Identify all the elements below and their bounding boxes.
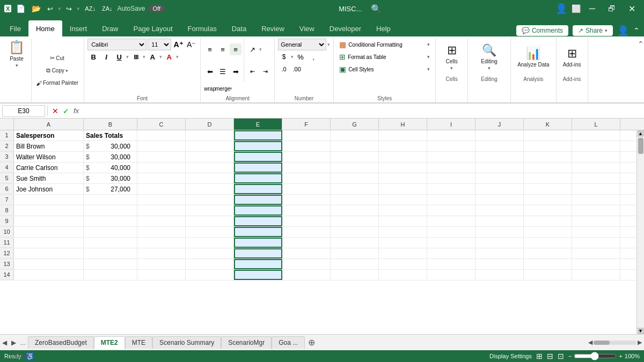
cell-B12[interactable] (84, 248, 137, 258)
scroll-up-button[interactable]: ▲ (638, 130, 644, 137)
cell-D8[interactable] (186, 205, 234, 216)
cell-l2[interactable] (572, 141, 620, 151)
zoom-in-button[interactable]: + (619, 353, 622, 359)
cell-g5[interactable] (331, 173, 379, 183)
add-sheet-button[interactable]: ⊕ (305, 337, 318, 348)
cell-J12[interactable] (475, 248, 524, 258)
cell-C14[interactable] (137, 270, 186, 280)
format-as-table-button[interactable]: ⊞ Format as Table ▾ (337, 51, 432, 63)
cell-H8[interactable] (379, 205, 427, 216)
font-family-select[interactable]: Calibri (87, 39, 147, 50)
cell-g1[interactable] (331, 130, 379, 141)
cell-F9[interactable] (282, 216, 331, 226)
cell-E8[interactable] (234, 205, 282, 216)
new-file-icon[interactable]: 📄 (14, 3, 27, 14)
bold-button[interactable]: B (87, 51, 99, 63)
number-format-select[interactable]: General (278, 39, 326, 50)
cell-G8[interactable] (331, 205, 379, 216)
col-header-f[interactable]: F (282, 119, 331, 130)
cell-K12[interactable] (524, 248, 572, 258)
cell-B14[interactable] (84, 270, 137, 280)
sheet-tab-zerobased[interactable]: ZeroBasedBudget (28, 336, 94, 349)
cell-D12[interactable] (186, 248, 234, 258)
view-normal-icon[interactable]: ⊞ (536, 352, 543, 360)
align-right-button[interactable]: ➡ (230, 65, 241, 77)
cell-B8[interactable] (84, 205, 137, 216)
cell-H12[interactable] (379, 248, 427, 258)
cell-E9[interactable] (234, 216, 282, 226)
align-top-right-button[interactable]: ≡ (230, 43, 241, 55)
h-scroll-thumb[interactable] (594, 341, 610, 345)
merge-center-button[interactable]: merge (217, 83, 229, 94)
cell-A11[interactable] (14, 238, 84, 248)
cell-l5[interactable] (572, 173, 620, 183)
cell-h2[interactable] (379, 141, 427, 151)
cell-a5[interactable]: Sue Smith (14, 173, 84, 183)
cell-H10[interactable] (379, 227, 427, 237)
cell-e1[interactable] (234, 130, 282, 141)
col-header-j[interactable]: J (475, 119, 524, 130)
cell-e5[interactable] (234, 173, 282, 183)
cell-A9[interactable] (14, 216, 84, 226)
increase-indent-button[interactable]: ⇥ (259, 65, 271, 77)
cell-l1[interactable] (572, 130, 620, 141)
cell-K9[interactable] (524, 216, 572, 226)
cell-F14[interactable] (282, 270, 331, 280)
cell-f6[interactable] (282, 184, 331, 194)
increase-decimal-button[interactable]: .00 (291, 63, 303, 75)
sheet-tab-goa[interactable]: Goa ... (272, 336, 305, 349)
tab-insert[interactable]: Insert (62, 20, 95, 36)
user-icon[interactable]: 👤 (617, 25, 629, 36)
cell-H9[interactable] (379, 216, 427, 226)
scroll-sheet-left-button[interactable]: ◀ (0, 339, 9, 346)
cell-C7[interactable] (137, 195, 186, 205)
vertical-scrollbar[interactable]: ▲ ▼ (636, 130, 644, 334)
zoom-slider[interactable] (574, 352, 617, 360)
cell-g3[interactable] (331, 152, 379, 162)
cell-C9[interactable] (137, 216, 186, 226)
tab-data[interactable]: Data (224, 20, 254, 36)
col-header-a[interactable]: A (14, 119, 84, 130)
view-page-layout-icon[interactable]: ⊡ (558, 352, 564, 360)
number-format-dropdown[interactable]: ▾ (327, 42, 330, 47)
cell-L8[interactable] (572, 205, 620, 216)
autosave-toggle[interactable]: Off (149, 5, 165, 12)
cell-c2[interactable] (137, 141, 186, 151)
cell-J7[interactable] (475, 195, 524, 205)
cell-g2[interactable] (331, 141, 379, 151)
cell-d5[interactable] (186, 173, 234, 183)
h-scroll-right-button[interactable]: ▶ (638, 339, 642, 346)
cell-f3[interactable] (282, 152, 331, 162)
accounting-dropdown[interactable]: ▾ (291, 54, 294, 60)
cell-B11[interactable] (84, 238, 137, 248)
cell-F13[interactable] (282, 259, 331, 269)
col-header-c[interactable]: C (137, 119, 186, 130)
editing-button[interactable]: 🔍 Editing ▾ (478, 39, 501, 75)
cell-L13[interactable] (572, 259, 620, 269)
sort-az-icon[interactable]: AZ↓ (83, 4, 97, 13)
border-button[interactable]: ⊞ (130, 51, 142, 63)
cell-j3[interactable] (475, 152, 524, 162)
sheet-tab-scenariomgr[interactable]: ScenarioMgr (221, 336, 272, 349)
collapse-ribbon-icon[interactable]: ⌃ (633, 26, 640, 35)
maximize-button[interactable]: 🗗 (604, 3, 620, 14)
h-scrollbar[interactable]: ◀ ▶ (588, 339, 644, 346)
cell-L9[interactable] (572, 216, 620, 226)
cell-H13[interactable] (379, 259, 427, 269)
scroll-thumb[interactable] (638, 138, 643, 154)
cell-a1[interactable]: Salesperson (14, 130, 84, 141)
cell-c3[interactable] (137, 152, 186, 162)
cell-E11[interactable] (234, 238, 282, 248)
open-folder-icon[interactable]: 📂 (30, 3, 42, 14)
underline-button[interactable]: U (113, 51, 125, 63)
profile-icon[interactable]: 👤 (555, 3, 567, 14)
cell-f5[interactable] (282, 173, 331, 183)
search-icon[interactable]: 🔍 (371, 4, 382, 14)
cell-J10[interactable] (475, 227, 524, 237)
cell-J8[interactable] (475, 205, 524, 216)
decrease-decimal-button[interactable]: .0 (278, 63, 290, 75)
copy-button[interactable]: ⧉ Copy ▾ (34, 65, 80, 77)
cell-a6[interactable]: Joe Johnson (14, 184, 84, 194)
cell-D9[interactable] (186, 216, 234, 226)
tab-formulas[interactable]: Formulas (180, 20, 224, 36)
